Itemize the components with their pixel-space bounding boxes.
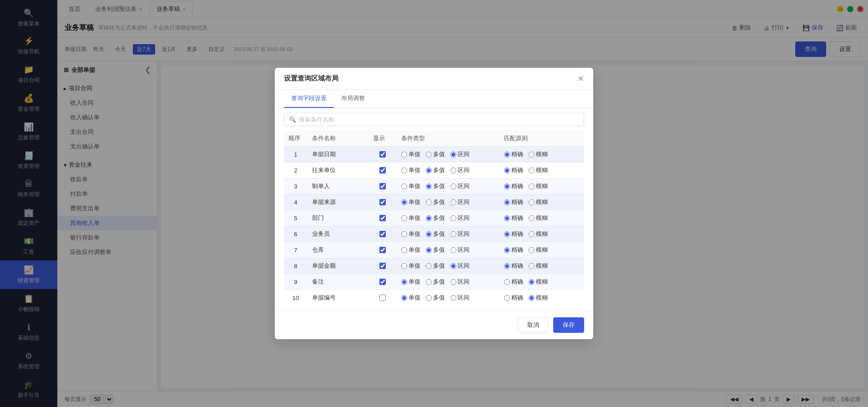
type-radio-input[interactable] [450,152,456,158]
type-radio-option[interactable]: 区间 [450,294,469,302]
type-radio-option[interactable]: 单值 [401,150,420,158]
modal-overlay[interactable]: 设置查询区域布局 ✕ 查询字段设置 布局调整 🔍 [0,0,868,407]
show-checkbox[interactable] [379,199,386,205]
type-radio-option[interactable]: 区间 [450,198,469,206]
cell-match[interactable]: 精确模糊 [500,147,584,163]
cell-type[interactable]: 单值多值区间 [397,194,500,210]
type-radio-input[interactable] [401,279,407,285]
modal-close-button[interactable]: ✕ [577,75,584,83]
match-radio-input[interactable] [529,279,535,285]
match-radio-option[interactable]: 精确 [504,262,523,270]
cell-show[interactable] [368,194,397,210]
cell-match[interactable]: 精确模糊 [500,274,584,290]
match-radio-option[interactable]: 模糊 [529,262,548,270]
match-radio-option[interactable]: 模糊 [529,278,548,286]
type-radio-input[interactable] [450,168,456,173]
type-radio-input[interactable] [426,215,432,221]
type-radio-input[interactable] [426,279,432,285]
cell-type[interactable]: 单值多值区间 [397,258,500,274]
match-radio-input[interactable] [504,199,510,205]
cell-type[interactable]: 单值多值区间 [397,290,500,306]
cell-type[interactable]: 单值多值区间 [397,147,500,163]
cell-match[interactable]: 精确模糊 [500,258,584,274]
match-radio-input[interactable] [504,295,510,301]
match-radio-option[interactable]: 模糊 [529,294,548,302]
cell-type[interactable]: 单值多值区间 [397,210,500,226]
show-checkbox[interactable] [379,151,386,158]
type-radio-input[interactable] [450,263,456,269]
type-radio-option[interactable]: 单值 [401,246,420,254]
match-radio-input[interactable] [529,183,535,189]
type-radio-input[interactable] [401,247,407,253]
type-radio-input[interactable] [401,263,407,269]
modal-tab-fields[interactable]: 查询字段设置 [284,90,334,108]
match-radio-option[interactable]: 精确 [504,230,523,238]
cell-type[interactable]: 单值多值区间 [397,242,500,258]
type-radio-option[interactable]: 区间 [450,278,469,286]
cell-match[interactable]: 精确模糊 [500,242,584,258]
type-radio-option[interactable]: 区间 [450,182,469,190]
match-radio-option[interactable]: 模糊 [529,198,548,206]
type-radio-input[interactable] [450,215,456,221]
type-radio-input[interactable] [426,295,432,301]
cell-show[interactable] [368,258,397,274]
type-radio-input[interactable] [450,295,456,301]
type-radio-input[interactable] [426,152,432,158]
match-radio-option[interactable]: 模糊 [529,166,548,174]
type-radio-option[interactable]: 多值 [426,262,445,270]
match-radio-option[interactable]: 精确 [504,294,523,302]
match-radio-option[interactable]: 模糊 [529,182,548,190]
match-radio-input[interactable] [529,263,535,269]
match-radio-input[interactable] [504,279,510,285]
match-radio-input[interactable] [504,231,510,237]
show-checkbox[interactable] [379,167,386,173]
match-radio-option[interactable]: 模糊 [529,230,548,238]
cell-match[interactable]: 精确模糊 [500,210,584,226]
match-radio-input[interactable] [529,231,535,237]
cell-show[interactable] [368,242,397,258]
match-radio-option[interactable]: 模糊 [529,150,548,158]
type-radio-option[interactable]: 单值 [401,230,420,238]
type-radio-option[interactable]: 多值 [426,182,445,190]
type-radio-option[interactable]: 单值 [401,182,420,190]
cell-type[interactable]: 单值多值区间 [397,163,500,178]
type-radio-option[interactable]: 多值 [426,278,445,286]
show-checkbox[interactable] [379,247,386,253]
show-checkbox[interactable] [379,295,386,301]
type-radio-input[interactable] [450,183,456,189]
match-radio-option[interactable]: 模糊 [529,214,548,222]
cell-match[interactable]: 精确模糊 [500,290,584,306]
type-radio-option[interactable]: 区间 [450,166,469,174]
match-radio-input[interactable] [529,247,535,253]
match-radio-input[interactable] [529,152,535,158]
type-radio-input[interactable] [401,295,407,301]
cell-type[interactable]: 单值多值区间 [397,178,500,194]
type-radio-option[interactable]: 单值 [401,278,420,286]
cell-show[interactable] [368,147,397,163]
type-radio-input[interactable] [426,231,432,237]
cell-show[interactable] [368,210,397,226]
cell-show[interactable] [368,178,397,194]
type-radio-option[interactable]: 区间 [450,230,469,238]
match-radio-option[interactable]: 模糊 [529,246,548,254]
type-radio-option[interactable]: 多值 [426,198,445,206]
match-radio-input[interactable] [504,215,510,221]
type-radio-input[interactable] [426,199,432,205]
type-radio-option[interactable]: 区间 [450,214,469,222]
cell-match[interactable]: 精确模糊 [500,226,584,242]
match-radio-input[interactable] [529,215,535,221]
modal-tab-layout[interactable]: 布局调整 [334,90,372,108]
modal-cancel-button[interactable]: 取消 [518,317,549,333]
type-radio-option[interactable]: 区间 [450,150,469,158]
show-checkbox[interactable] [379,215,386,221]
show-checkbox[interactable] [379,183,386,189]
match-radio-option[interactable]: 精确 [504,246,523,254]
match-radio-option[interactable]: 精确 [504,182,523,190]
type-radio-input[interactable] [426,247,432,253]
type-radio-option[interactable]: 多值 [426,230,445,238]
type-radio-input[interactable] [401,152,407,158]
match-radio-option[interactable]: 精确 [504,166,523,174]
type-radio-input[interactable] [401,168,407,173]
type-radio-input[interactable] [401,215,407,221]
type-radio-option[interactable]: 多值 [426,246,445,254]
